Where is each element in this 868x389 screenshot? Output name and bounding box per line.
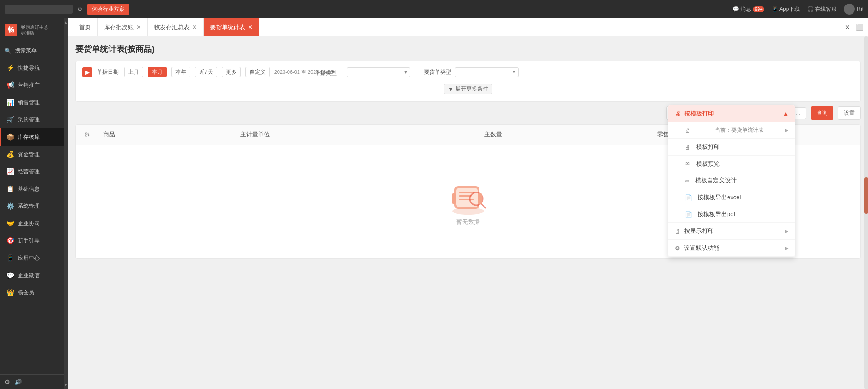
query-btn[interactable]: 查询: [811, 106, 833, 120]
online-service[interactable]: 🎧 在线客服: [807, 5, 837, 13]
sidebar-item-sales[interactable]: 📊 销售管理: [0, 94, 64, 111]
sidebar-item-inventory[interactable]: 📦 库存核算: [0, 128, 64, 146]
phone-icon: 📱: [772, 6, 778, 12]
dropdown-collapse-arrow[interactable]: ▲: [783, 111, 788, 117]
dropdown-item-template-preview[interactable]: 👁 模板预览: [668, 156, 795, 172]
dropdown-item-export-pdf[interactable]: 📄 按模板导出pdf: [668, 206, 795, 223]
tab-order-summary-close[interactable]: ✕: [248, 25, 253, 30]
date-custom-btn[interactable]: 自定义: [245, 67, 270, 77]
template-preview-icon: 👁: [685, 161, 691, 167]
newbie-icon: 🎯: [6, 237, 14, 245]
sidebar-item-operations[interactable]: 📈 经营管理: [0, 163, 64, 180]
svg-rect-2: [456, 188, 478, 207]
operations-icon: 📈: [6, 167, 14, 176]
display-print-icon: 🖨: [675, 228, 681, 235]
sidebar-audio-icon[interactable]: 🔊: [15, 379, 22, 385]
svg-rect-3: [459, 192, 475, 193]
table-col-unit: 主计量单位: [235, 125, 479, 145]
tab-collection-summary-close[interactable]: ✕: [192, 25, 197, 30]
table-header-settings: ⚙: [76, 125, 98, 145]
tab-collection-summary[interactable]: 收发存汇总表 ✕: [148, 18, 204, 36]
top-bar-right: 💬 消息 99+ 📱 App下载 🎧 在线客服 Rit: [733, 4, 863, 15]
date-this-month-btn[interactable]: 本月: [148, 67, 167, 77]
tab-order-summary[interactable]: 要货单统计表 ✕: [204, 18, 259, 36]
page-title: 要货单统计表(按商品): [75, 44, 861, 55]
table-col-goods: 商品: [98, 125, 235, 145]
settings-gear-icon[interactable]: ⚙: [77, 6, 83, 13]
purchase-icon: 🛒: [6, 116, 14, 124]
right-scrollbar[interactable]: [864, 36, 868, 389]
sidebar-item-quick-nav[interactable]: ⚡ 快捷导航: [0, 59, 64, 76]
app-logo-icon: 畅: [5, 24, 17, 36]
empty-text: 暂无数据: [456, 218, 480, 226]
table-col-quantity: 主数量: [479, 125, 652, 145]
sidebar-scrollbar[interactable]: ▲ ▼: [64, 18, 68, 389]
app-download[interactable]: 📱 App下载: [772, 5, 800, 13]
bill-type-wrapper: 单据类型: [347, 67, 410, 77]
goods-col-select[interactable]: [455, 67, 519, 77]
settings-btn[interactable]: 设置: [838, 106, 861, 120]
sidebar-search-menu[interactable]: 🔍 搜索菜单: [0, 42, 64, 59]
date-last-month-btn[interactable]: 上月: [124, 67, 143, 77]
experience-btn[interactable]: 体验行业方案: [87, 4, 129, 15]
top-search-input[interactable]: [5, 5, 73, 14]
bell-icon: 💬: [733, 6, 739, 12]
filter-toggle-btn[interactable]: ▶: [82, 67, 92, 77]
sidebar-item-system[interactable]: ⚙️ 系统管理: [0, 197, 64, 215]
chevron-right-icon-1: ▶: [785, 228, 788, 234]
app-name: 畅康通好生意 标准版: [21, 24, 48, 36]
date-this-year-btn[interactable]: 本年: [171, 67, 190, 77]
tab-batch-account[interactable]: 库存批次账 ✕: [98, 18, 148, 36]
sidebar-gear-icon[interactable]: ⚙: [5, 379, 10, 385]
tab-batch-account-close[interactable]: ✕: [136, 25, 141, 30]
sidebar-item-newbie[interactable]: 🎯 新手引导: [0, 232, 64, 249]
sidebar-item-purchase[interactable]: 🛒 采购管理: [0, 111, 64, 128]
notification-label: 消息: [740, 5, 751, 13]
current-template-icon: 🖨: [685, 127, 690, 134]
svg-rect-8: [452, 193, 456, 204]
table-settings-icon[interactable]: ⚙: [81, 129, 92, 140]
sidebar-item-enterprise[interactable]: 🤝 企业协同: [0, 215, 64, 232]
sidebar: 畅 畅康通好生意 标准版 🔍 搜索菜单 ⚡ 快捷导航 📢 营销推广: [0, 18, 64, 389]
apps-icon: 📱: [6, 254, 14, 262]
user-avatar[interactable]: Rit: [844, 4, 863, 15]
svg-rect-5: [459, 199, 474, 200]
sidebar-item-apps[interactable]: 📱 应用中心: [0, 249, 64, 267]
window-close-btn[interactable]: ✕: [843, 23, 852, 31]
tab-window-controls: ✕ ⬜: [843, 23, 863, 31]
quick-nav-icon: ⚡: [6, 64, 14, 72]
wechat-icon: 💬: [6, 271, 14, 279]
date-more-btn[interactable]: 更多: [222, 67, 241, 77]
sidebar-item-basic[interactable]: 📋 基础信息: [0, 180, 64, 197]
dropdown-item-template-print[interactable]: 🖨 模板打印: [668, 139, 795, 156]
dropdown-current-label[interactable]: 🖨 当前：要货单统计表 ▶: [668, 122, 795, 139]
date-7days-btn[interactable]: 近7天: [195, 67, 217, 77]
expand-conditions-row: ▼ 展开更多条件: [82, 82, 854, 96]
sidebar-item-member[interactable]: 👑 畅会员: [0, 284, 64, 301]
sidebar-logo: 畅 畅康通好生意 标准版: [0, 18, 64, 42]
dropdown-item-display-print[interactable]: 🖨 按显示打印 ▶: [668, 223, 795, 240]
dropdown-title: 🖨 按模板打印: [675, 110, 714, 118]
sidebar-bottom: ⚙ 🔊: [0, 374, 64, 389]
bill-type-select[interactable]: [347, 67, 410, 77]
svg-rect-9: [478, 193, 482, 204]
expand-conditions-btn[interactable]: ▼ 展开更多条件: [444, 84, 492, 94]
marketing-icon: 📢: [6, 81, 14, 89]
window-maximize-btn[interactable]: ⬜: [855, 23, 863, 31]
enterprise-icon: 🤝: [6, 219, 14, 227]
notification-item[interactable]: 💬 消息 99+: [733, 5, 764, 13]
page-content: 要货单统计表(按商品) ▶ 单据日期 上月 本月 本年 近7天 更多 自定义 2…: [68, 36, 868, 389]
dropdown-item-template-design[interactable]: ✏ 模板自定义设计: [668, 172, 795, 189]
chevron-down-icon: ▼: [448, 86, 454, 92]
tab-home[interactable]: 首页: [73, 18, 98, 36]
sidebar-item-marketing[interactable]: 📢 营销推广: [0, 76, 64, 94]
dropdown-item-set-default[interactable]: ⚙ 设置默认功能 ▶: [668, 240, 795, 257]
sidebar-item-finance[interactable]: 💰 资金管理: [0, 146, 64, 163]
tab-bar: 首页 库存批次账 ✕ 收发存汇总表 ✕ 要货单统计表 ✕ ✕ ⬜: [68, 18, 868, 36]
filter-bar: ▶ 单据日期 上月 本月 本年 近7天 更多 自定义 2023-06-01 至 …: [75, 61, 861, 102]
sidebar-item-wechat[interactable]: 💬 企业微信: [0, 267, 64, 284]
filter-row-1: ▶ 单据日期 上月 本月 本年 近7天 更多 自定义 2023-06-01 至 …: [82, 67, 854, 77]
dropdown-item-export-excel[interactable]: 📄 按模板导出excel: [668, 189, 795, 206]
system-icon: ⚙️: [6, 202, 14, 210]
notification-badge: 99+: [753, 6, 764, 12]
